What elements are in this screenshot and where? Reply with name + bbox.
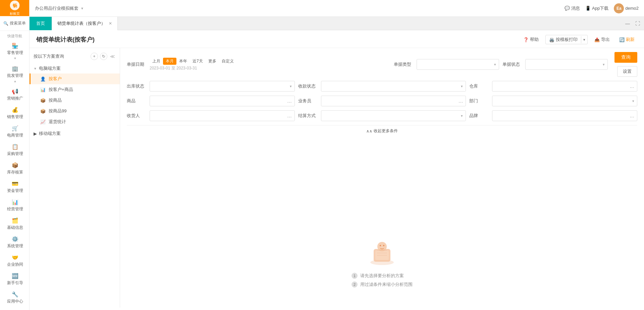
sidebar-item-marketing[interactable]: 📢 营销推广: [0, 86, 29, 104]
sidebar-item-system[interactable]: ⚙️ 系统管理: [0, 233, 29, 252]
date-this-month-btn[interactable]: 本月: [163, 58, 176, 65]
message-button[interactable]: 💬 消息: [565, 5, 580, 11]
sidebar-ecommerce-label: 电商管理: [7, 133, 23, 138]
help-label: 帮助: [530, 37, 539, 43]
sidebar-item-purchase[interactable]: 📋 采购管理: [0, 141, 29, 159]
desktop-group-label[interactable]: ▼ 电脑端方案: [30, 63, 120, 73]
collection-status-select[interactable]: ▾: [321, 81, 466, 92]
order-type-select[interactable]: ▾: [417, 59, 499, 70]
scheme-goods-label: 按商品: [49, 97, 62, 103]
content-body: 按以下方案查询 + ↻ ≪ ▼ 电脑端方案 👤 按客户: [30, 48, 644, 308]
tab-sales-stat[interactable]: 销货单统计表（按客户） ✕: [52, 17, 118, 30]
settings-button[interactable]: 设置: [617, 66, 637, 77]
sidebar-item-wechat[interactable]: 💬 企业微信: [0, 307, 29, 310]
mobile-group-arrow-icon: ▶: [34, 131, 37, 136]
search-menu-button[interactable]: 🔍 搜索菜单: [2, 19, 27, 28]
user-profile[interactable]: Ea demo2: [614, 3, 639, 13]
search-label: 搜索菜单: [10, 20, 26, 26]
order-status-select[interactable]: ▾: [525, 59, 608, 70]
app-download-button[interactable]: 📱 App下载: [585, 5, 608, 11]
tip-text-2: 用过滤条件来缩小分析范围: [360, 281, 413, 288]
breadcrumb-dropdown-icon[interactable]: ▾: [81, 6, 83, 11]
sidebar-system-label: 系统管理: [7, 243, 23, 249]
sidebar-item-wholesale[interactable]: 🏢 批发管理 ▲: [0, 63, 29, 86]
date-last-month-btn[interactable]: 上月: [150, 58, 163, 65]
header-left: 办公用品行业模拟账套 ▾: [35, 5, 83, 11]
refresh-scheme-button[interactable]: ↻: [100, 53, 107, 60]
scheme-by-goods99[interactable]: 📦 按商品99: [30, 106, 120, 116]
mobile-group-label[interactable]: ▶ 移动端方案: [30, 128, 120, 139]
out-status-filter-cell: 出库状态 ▾: [127, 81, 295, 92]
sales-icon: 💰: [12, 107, 18, 113]
scheme-by-customer[interactable]: 👤 按客户: [30, 73, 120, 84]
scheme-return-stat[interactable]: 📈 退货统计: [30, 116, 120, 127]
export-button[interactable]: 📤 导出: [592, 35, 612, 44]
goods-input[interactable]: ...: [150, 96, 295, 106]
appstore-icon: 🔧: [12, 291, 18, 298]
help-button[interactable]: ❓ 帮助: [521, 35, 541, 44]
guide-icon: 🆕: [12, 273, 18, 279]
brand-input[interactable]: ...: [492, 110, 637, 121]
chevron-down-icon: ▼: [14, 57, 17, 60]
sidebar-item-enterprise[interactable]: 🤝 企业协同: [0, 252, 29, 270]
tab-close-button[interactable]: ✕: [109, 21, 112, 26]
sidebar-item-finance[interactable]: 💳 资金管理: [0, 178, 29, 196]
print-dropdown-button[interactable]: ▾: [581, 36, 587, 43]
sidebar-purchase-label: 采购管理: [7, 151, 23, 157]
date-7days-btn[interactable]: 近7天: [190, 58, 206, 65]
warehouse-dots-icon: ...: [630, 83, 634, 89]
collection-status-label: 收款状态: [298, 83, 318, 89]
settlement-select[interactable]: ▾: [321, 110, 466, 121]
sidebar-item-inventory[interactable]: 📦 库存核算: [0, 159, 29, 178]
scheme-by-goods[interactable]: 📦 按商品: [30, 95, 120, 106]
receiver-input[interactable]: ...: [150, 110, 295, 121]
salesman-input[interactable]: ...: [321, 96, 466, 106]
empty-tip-2: 2 用过滤条件来缩小分析范围: [352, 281, 413, 288]
tab-maximize-button[interactable]: ⛶: [634, 19, 641, 28]
date-custom-btn[interactable]: 自定义: [219, 58, 236, 65]
warehouse-filter-cell: 仓库 ...: [469, 81, 637, 92]
empty-state: 1 请先选择要分析的方案 2 用过滤条件来缩小分析范围: [120, 214, 644, 308]
query-button[interactable]: 查询: [614, 52, 637, 63]
page-title-bar: 销货单统计表(按客户) ❓ 帮助 🖨️ 按模板打印 ▾ 📤 导出: [30, 30, 644, 48]
refresh-button[interactable]: 🔄 刷新: [616, 35, 637, 44]
order-status-label: 单据状态: [502, 61, 523, 67]
sidebar-item-sales[interactable]: 💰 销售管理: [0, 104, 29, 122]
message-icon: 💬: [565, 6, 570, 11]
salesman-label: 业务员: [298, 98, 318, 104]
sidebar-item-guide[interactable]: 🆕 新手引导: [0, 270, 29, 289]
return-scheme-icon: 📈: [40, 119, 46, 125]
query-panel: 按以下方案查询 + ↻ ≪ ▼ 电脑端方案 👤 按客户: [30, 48, 120, 308]
query-panel-title: 按以下方案查询: [34, 53, 64, 59]
scheme-by-customer-goods[interactable]: 📊 按客户+商品: [30, 84, 120, 95]
tab-minimize-button[interactable]: —: [624, 19, 631, 28]
department-label: 部门: [469, 98, 489, 104]
sidebar-item-operations[interactable]: 📊 经营管理: [0, 196, 29, 215]
sidebar-item-appstore[interactable]: 🔧 应用中心: [0, 289, 29, 307]
brand-label: 品牌: [469, 113, 489, 119]
query-panel-actions: + ↻ ≪: [91, 53, 116, 60]
date-this-year-btn[interactable]: 本年: [176, 58, 190, 65]
sidebar-item-ecommerce[interactable]: 🛒 电商管理: [0, 122, 29, 141]
collapse-panel-button[interactable]: ≪: [109, 53, 116, 60]
print-label: 按模板打印: [556, 37, 578, 43]
date-label: 单据日期: [127, 61, 147, 67]
warehouse-input[interactable]: ...: [492, 81, 637, 92]
out-status-select[interactable]: ▾: [150, 81, 295, 92]
desktop-group-text: 电脑端方案: [39, 65, 61, 71]
main-area: 办公用品行业模拟账套 ▾ 💬 消息 📱 App下载 Ea demo2 首页: [30, 0, 644, 310]
department-select[interactable]: ▾: [492, 96, 637, 106]
add-scheme-button[interactable]: +: [91, 53, 98, 60]
scheme-customer-goods-label: 按客户+商品: [49, 87, 73, 93]
department-dropdown-icon: ▾: [632, 99, 634, 103]
sidebar-item-retail[interactable]: 🏪 零售管理 ▼: [0, 40, 29, 63]
tab-home[interactable]: 首页: [30, 17, 52, 30]
chevron-up-icon: ▲: [14, 80, 17, 83]
warehouse-label: 仓库: [469, 83, 489, 89]
print-button[interactable]: 🖨️ 按模板打印: [546, 35, 581, 44]
sidebar-item-basic[interactable]: 🗂️ 基础信息: [0, 215, 29, 233]
collapse-more-button[interactable]: ∧∧ 收起更多条件: [127, 125, 637, 137]
purchase-icon: 📋: [12, 144, 18, 150]
date-more-btn[interactable]: 更多: [206, 58, 219, 65]
message-label: 消息: [571, 5, 580, 11]
